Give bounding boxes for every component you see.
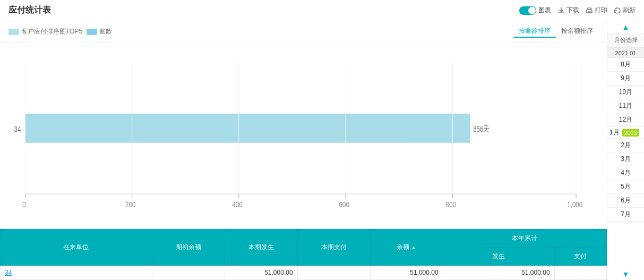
refresh-label: 刷新	[623, 6, 636, 15]
th-year-pay: 支付	[554, 248, 606, 266]
month-8[interactable]: 8月	[607, 58, 644, 72]
sort-by-balance-button[interactable]: 按余额排序	[556, 26, 598, 38]
svg-text:600: 600	[339, 200, 349, 209]
legend-item-bar: 客户应付排序图TOP5	[8, 27, 82, 36]
chart-toggle[interactable]	[519, 6, 536, 15]
td-year-occur: 51,000.00	[443, 266, 554, 280]
download-label: 下载	[566, 6, 579, 15]
month-6[interactable]: 6月	[607, 194, 644, 208]
th-unit: 在来单位	[1, 230, 152, 266]
svg-text:856天: 856天	[473, 125, 489, 134]
main-content: 客户应付排序图TOP5 账龄 按账龄排序 按余额排序 34	[0, 21, 644, 280]
th-year-occur: 发生	[443, 248, 554, 266]
svg-text:800: 800	[446, 200, 456, 209]
download-button[interactable]: 下载	[557, 6, 579, 15]
td-current-occur: 51,000.00	[225, 266, 297, 280]
legend-color-bar	[8, 29, 19, 35]
month-7[interactable]: 7月	[607, 208, 644, 222]
month-12[interactable]: 12月	[607, 113, 644, 127]
month-9[interactable]: 9月	[607, 72, 644, 86]
legend-item-age: 账龄	[87, 27, 112, 36]
svg-rect-0	[587, 10, 592, 13]
table-row: 34 51,000.00 51,000.00 51,000.00	[1, 266, 607, 280]
month-4[interactable]: 4月	[607, 166, 644, 180]
chart-svg: 34 856天 0 200 400	[8, 48, 598, 223]
month-3[interactable]: 3月	[607, 152, 644, 166]
header-actions: 图表 下载 打印 刷新	[519, 6, 636, 15]
th-current-pay: 本期支付	[297, 230, 370, 266]
th-opening: 期初余额	[152, 230, 225, 266]
td-opening	[152, 266, 225, 280]
legend-color-age	[87, 29, 97, 35]
month-11[interactable]: 11月	[607, 99, 644, 113]
year-badge-row: 1月 2023	[607, 127, 644, 139]
svg-text:200: 200	[125, 200, 135, 209]
chart-area: 34 856天 0 200 400	[0, 43, 607, 228]
svg-text:0: 0	[22, 200, 25, 209]
sidebar-current-year: 2021.01	[607, 48, 644, 58]
sidebar-months: 8月 9月 10月 11月 12月 1月 2023 2月 3月 4月 5月 6月…	[607, 58, 644, 268]
page-title: 应付统计表	[8, 5, 51, 16]
download-icon	[557, 7, 565, 14]
th-balance: 余额	[370, 230, 443, 266]
year-badge: 2023	[622, 129, 639, 137]
td-year-pay	[554, 266, 606, 280]
th-current-occur: 本期发生	[225, 230, 297, 266]
table-section: 在来单位 期初余额 本期发生 本期支付 余额 本年累计	[0, 228, 607, 280]
td-unit: 34	[1, 266, 152, 280]
td-current-pay	[297, 266, 370, 280]
print-icon	[586, 7, 593, 14]
chart-header: 客户应付排序图TOP5 账龄 按账龄排序 按余额排序	[0, 21, 607, 43]
td-balance: 51,000.00	[370, 266, 443, 280]
month-5[interactable]: 5月	[607, 180, 644, 194]
svg-text:1,000: 1,000	[567, 200, 582, 209]
scroll-up-button[interactable]: ▲	[607, 21, 644, 33]
balance-sort-icon	[411, 245, 416, 250]
chart-section: 客户应付排序图TOP5 账龄 按账龄排序 按余额排序 34	[0, 21, 607, 280]
print-button[interactable]: 打印	[586, 6, 607, 15]
legend-bar-label: 客户应付排序图TOP5	[21, 27, 82, 36]
chart-toggle-wrap[interactable]: 图表	[519, 6, 551, 15]
chart-sort-buttons: 按账龄排序 按余额排序	[513, 26, 598, 38]
chart-toggle-label: 图表	[538, 6, 551, 15]
scroll-down-button[interactable]: ▼	[607, 268, 644, 280]
month-10[interactable]: 10月	[607, 86, 644, 99]
refresh-button[interactable]: 刷新	[614, 6, 636, 15]
svg-rect-2	[25, 114, 470, 143]
svg-text:34: 34	[14, 125, 21, 134]
sort-by-age-button[interactable]: 按账龄排序	[513, 26, 556, 38]
data-table: 在来单位 期初余额 本期发生 本期支付 余额 本年累计	[0, 229, 607, 280]
th-year-group: 本年累计	[443, 230, 606, 248]
header: 应付统计表 图表 下载 打印	[0, 0, 644, 21]
app-container: 应付统计表 图表 下载 打印	[0, 0, 644, 280]
sidebar-title: 月份选择	[607, 33, 644, 48]
print-label: 打印	[595, 6, 607, 15]
month-2[interactable]: 2月	[607, 139, 644, 152]
refresh-icon	[614, 7, 621, 14]
chart-legend: 客户应付排序图TOP5 账龄	[8, 27, 112, 36]
svg-text:400: 400	[232, 200, 242, 209]
unit-link[interactable]: 34	[5, 269, 12, 276]
month-1[interactable]: 1月	[609, 128, 620, 137]
legend-age-label: 账龄	[99, 27, 112, 36]
right-sidebar: ▲ 月份选择 2021.01 8月 9月 10月 11月 12月 1月 2023…	[607, 21, 644, 280]
